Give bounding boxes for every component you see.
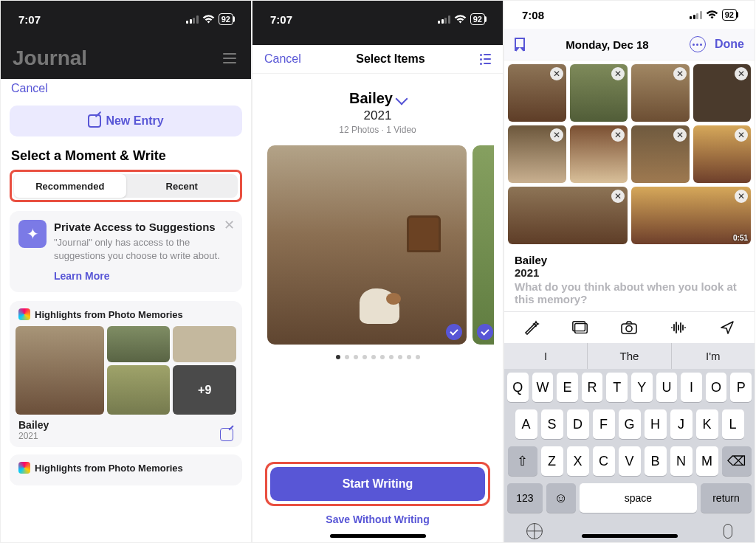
key-row: Q W E R T Y U I O P <box>504 369 755 406</box>
key[interactable]: Y <box>631 373 653 402</box>
key[interactable]: Z <box>541 446 563 476</box>
key[interactable]: N <box>670 446 693 476</box>
remove-icon[interactable]: ✕ <box>611 128 625 142</box>
remove-icon[interactable]: ✕ <box>735 128 748 142</box>
new-entry-label: New Entry <box>106 114 163 128</box>
highlights-title: Highlights from Photo Memories <box>35 463 183 474</box>
tab-recent[interactable]: Recent <box>126 174 238 198</box>
remove-icon[interactable]: ✕ <box>735 190 748 203</box>
thumbnail[interactable]: ✕ <box>693 64 752 122</box>
thumbnail[interactable]: ✕ <box>693 125 752 183</box>
remove-icon[interactable]: ✕ <box>673 128 687 142</box>
key[interactable]: H <box>645 409 667 439</box>
remove-icon[interactable]: ✕ <box>735 67 748 80</box>
prediction[interactable]: I <box>504 343 588 369</box>
new-entry-button[interactable]: New Entry <box>10 106 242 136</box>
key[interactable]: D <box>567 409 589 439</box>
key[interactable]: V <box>619 446 641 476</box>
emoji-key[interactable]: ☺ <box>546 483 576 513</box>
camera-icon[interactable] <box>620 319 638 336</box>
remove-icon[interactable]: ✕ <box>673 67 687 80</box>
remove-icon[interactable]: ✕ <box>611 190 625 203</box>
prediction[interactable]: The <box>588 343 671 369</box>
wand-icon[interactable] <box>523 319 540 336</box>
memory-year: 2021 <box>18 431 49 441</box>
key[interactable]: U <box>656 373 678 402</box>
key[interactable]: I <box>681 373 702 402</box>
compose-icon <box>88 114 101 128</box>
select-items-body: Bailey 2021 12 Photos · 1 Video <box>252 74 503 448</box>
key[interactable]: W <box>532 373 554 402</box>
key[interactable]: F <box>593 409 615 439</box>
key[interactable]: S <box>541 409 563 439</box>
done-button[interactable]: Done <box>715 38 744 51</box>
cancel-link[interactable]: Cancel <box>10 79 242 98</box>
key[interactable]: C <box>593 446 615 476</box>
photo-carousel[interactable] <box>261 145 494 345</box>
shift-key[interactable]: ⇧ <box>508 446 537 476</box>
thumbnail[interactable]: ✕ <box>508 64 566 122</box>
sparkle-wand-icon: ✦ <box>18 220 47 248</box>
screen-select-items: 7:07 92 Cancel Select Items Bailey 2021 … <box>252 0 504 543</box>
key[interactable]: X <box>567 446 589 476</box>
key[interactable]: K <box>696 409 718 439</box>
key[interactable]: G <box>619 409 641 439</box>
thumbnail[interactable]: ✕ <box>508 187 628 244</box>
return-key[interactable]: return <box>701 483 752 513</box>
keyboard: I The I'm Q W E R T Y U I O P A S D F G … <box>504 343 755 542</box>
learn-more-link[interactable]: Learn More <box>54 269 233 283</box>
list-icon[interactable] <box>480 54 491 65</box>
highlights-title: Highlights from Photo Memories <box>35 309 183 320</box>
key[interactable]: Q <box>507 373 529 402</box>
key[interactable]: T <box>606 373 628 402</box>
attachment-toolbar <box>504 311 755 343</box>
selected-check-icon[interactable] <box>446 324 462 340</box>
close-icon[interactable]: ✕ <box>224 217 235 233</box>
key[interactable]: L <box>722 409 744 439</box>
key[interactable]: O <box>706 373 727 402</box>
highlights-card[interactable]: Highlights from Photo Memories <box>10 454 242 485</box>
thumbnail[interactable]: ✕ <box>508 125 566 183</box>
more-icon[interactable] <box>690 36 706 52</box>
space-key[interactable]: space <box>580 483 697 513</box>
backspace-key[interactable]: ⌫ <box>722 446 752 476</box>
location-icon[interactable] <box>718 319 736 336</box>
entry-placeholder: What do you think about when you look at… <box>515 280 744 305</box>
remove-icon[interactable]: ✕ <box>550 67 563 80</box>
photo-library-icon[interactable] <box>571 319 589 336</box>
key[interactable]: A <box>515 409 537 439</box>
dictation-icon[interactable] <box>724 524 732 539</box>
photo-next[interactable] <box>472 145 494 345</box>
selected-check-icon[interactable] <box>477 324 493 340</box>
key[interactable]: P <box>730 373 752 402</box>
cancel-link[interactable]: Cancel <box>264 52 301 66</box>
thumbnail-more: +9 <box>173 365 236 415</box>
photo-main[interactable] <box>267 145 467 345</box>
thumbnail[interactable]: ✕ <box>570 64 628 122</box>
save-without-writing-link[interactable]: Save Without Writing <box>262 513 493 525</box>
thumbnail[interactable]: ✕ <box>570 125 628 183</box>
prediction[interactable]: I'm <box>672 343 755 369</box>
globe-icon[interactable] <box>526 523 543 539</box>
audio-wave-icon[interactable] <box>670 319 687 336</box>
remove-icon[interactable]: ✕ <box>550 128 563 142</box>
remove-icon[interactable]: ✕ <box>611 67 625 80</box>
key[interactable]: J <box>670 409 693 439</box>
key[interactable]: M <box>696 446 718 476</box>
battery-icon: 92 <box>722 9 737 21</box>
key[interactable]: B <box>645 446 667 476</box>
edit-pencil-icon[interactable] <box>395 92 408 105</box>
entry-text-area[interactable]: Bailey 2021 What do you think about when… <box>504 248 755 311</box>
start-writing-button[interactable]: Start Writing <box>270 467 485 501</box>
edit-icon[interactable] <box>220 428 233 441</box>
key[interactable]: E <box>557 373 578 402</box>
thumbnail-video[interactable]: ✕0:51 <box>631 187 751 244</box>
numbers-key[interactable]: 123 <box>507 483 543 513</box>
tab-recommended[interactable]: Recommended <box>14 174 126 198</box>
thumbnail[interactable]: ✕ <box>631 64 690 122</box>
key[interactable]: R <box>582 373 603 402</box>
bookmark-icon[interactable] <box>515 38 525 51</box>
highlights-card[interactable]: Highlights from Photo Memories +9 Bailey… <box>10 301 242 447</box>
thumbnail[interactable]: ✕ <box>631 125 690 183</box>
entry-year: 2021 <box>515 266 744 279</box>
